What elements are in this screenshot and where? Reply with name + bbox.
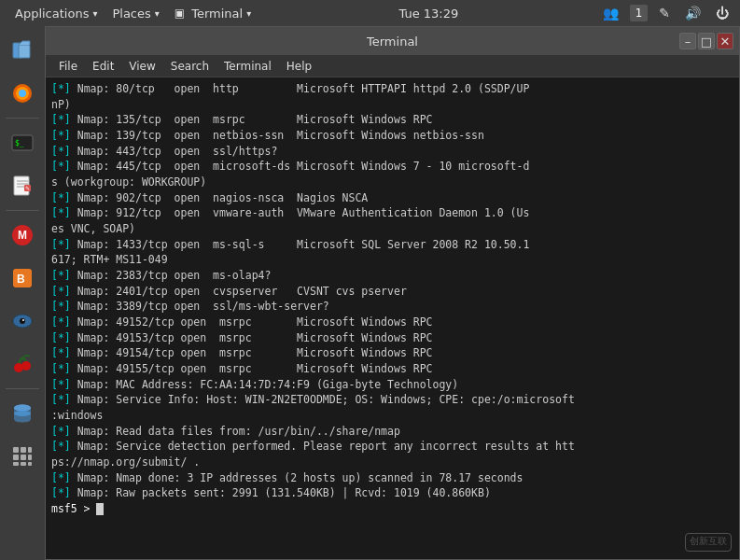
terminal-window: Terminal – □ ✕ File Edit View Search Ter… <box>45 26 740 560</box>
svg-rect-30 <box>28 455 32 460</box>
svg-rect-31 <box>13 462 19 466</box>
svg-rect-29 <box>21 455 26 460</box>
menu-help[interactable]: Help <box>279 55 319 77</box>
menu-edit[interactable]: Edit <box>85 55 121 77</box>
metasploit-icon: M <box>9 222 35 248</box>
svg-point-21 <box>21 361 31 371</box>
terminal-icon-small: ▣ <box>175 7 185 20</box>
terminal-output[interactable]: [*] Nmap: 80/tcp open http Microsoft HTT… <box>46 77 739 559</box>
places-arrow: ▾ <box>155 8 160 19</box>
watermark-text: 创新互联 <box>685 533 732 553</box>
watermark: 创新互联 <box>685 533 732 553</box>
sidebar-item-eye[interactable] <box>2 301 43 342</box>
text-editor-icon: ✎ <box>9 173 35 199</box>
maximize-button[interactable]: □ <box>698 33 715 49</box>
sidebar-item-editor[interactable]: ✎ <box>2 165 43 206</box>
svg-rect-32 <box>21 462 26 466</box>
minimize-button[interactable]: – <box>679 33 696 49</box>
datetime-display: Tue 13:29 <box>258 7 598 21</box>
sidebar-item-files[interactable] <box>2 30 43 71</box>
svg-rect-1 <box>19 45 30 58</box>
sidebar-item-terminal[interactable]: $_ <box>2 122 43 163</box>
terminal-text: [*] Nmap: 80/tcp open http Microsoft HTT… <box>51 81 733 517</box>
system-bar: Applications ▾ Places ▾ ▣ Terminal ▾ Tue… <box>0 0 740 26</box>
svg-rect-26 <box>21 447 26 453</box>
sidebar-item-metasploit[interactable]: M <box>2 215 43 256</box>
sys-right-controls: 👥 1 ✎ 🔊 ⏻ <box>599 0 733 26</box>
terminal-icon: $_ <box>9 130 35 156</box>
terminal-menu[interactable]: ▣ Terminal ▾ <box>167 0 258 26</box>
svg-text:✎: ✎ <box>25 186 30 191</box>
sidebar-item-firefox[interactable] <box>2 73 43 114</box>
files-icon <box>9 37 35 63</box>
sidebar-item-apps[interactable] <box>2 436 43 477</box>
eye-icon <box>9 308 35 334</box>
svg-point-18 <box>20 318 25 324</box>
power-icon[interactable]: ⏻ <box>712 0 733 26</box>
volume-icon[interactable]: 🔊 <box>681 0 705 26</box>
sidebar-separator-2 <box>6 210 39 211</box>
svg-point-23 <box>14 405 31 412</box>
applications-arrow: ▾ <box>92 8 97 19</box>
menu-terminal[interactable]: Terminal <box>216 55 279 77</box>
people-icon[interactable]: 👥 <box>599 0 622 26</box>
applications-menu[interactable]: Applications ▾ <box>7 0 105 26</box>
svg-point-4 <box>19 90 26 97</box>
sidebar-item-burp[interactable]: B <box>2 258 43 299</box>
sidebar-separator-3 <box>6 388 39 389</box>
titlebar-controls: – □ ✕ <box>679 33 733 49</box>
workspace-indicator[interactable]: 1 <box>630 5 649 21</box>
svg-text:M: M <box>18 229 27 242</box>
pen-icon[interactable]: ✎ <box>655 0 674 26</box>
menu-search[interactable]: Search <box>163 55 216 77</box>
menu-view[interactable]: View <box>121 55 162 77</box>
svg-rect-25 <box>13 447 19 453</box>
terminal-menu-bar: File Edit View Search Terminal Help <box>46 55 739 77</box>
svg-rect-28 <box>13 455 19 460</box>
svg-rect-27 <box>28 447 32 453</box>
sidebar-item-cherrytree[interactable] <box>2 343 43 385</box>
apps-icon <box>9 443 35 469</box>
menu-file[interactable]: File <box>51 55 85 77</box>
svg-text:$_: $_ <box>15 139 24 147</box>
terminal-arrow: ▾ <box>246 8 251 19</box>
svg-point-19 <box>22 319 24 321</box>
db-icon <box>9 400 35 427</box>
places-label: Places <box>112 7 150 21</box>
burp-icon: B <box>9 265 35 291</box>
svg-point-24 <box>14 411 31 416</box>
terminal-label: Terminal <box>191 7 243 21</box>
svg-rect-33 <box>28 462 32 466</box>
terminal-window-title: Terminal <box>367 35 418 49</box>
close-button[interactable]: ✕ <box>717 33 733 49</box>
application-sidebar: $_ ✎ M B <box>0 26 45 560</box>
applications-label: Applications <box>15 7 89 21</box>
cherry-icon <box>9 351 35 377</box>
sidebar-separator-1 <box>6 118 39 119</box>
firefox-icon <box>9 80 35 106</box>
terminal-titlebar: Terminal – □ ✕ <box>46 27 739 55</box>
places-menu[interactable]: Places ▾ <box>105 0 166 26</box>
svg-text:B: B <box>17 273 25 286</box>
sidebar-item-database[interactable] <box>2 393 43 434</box>
